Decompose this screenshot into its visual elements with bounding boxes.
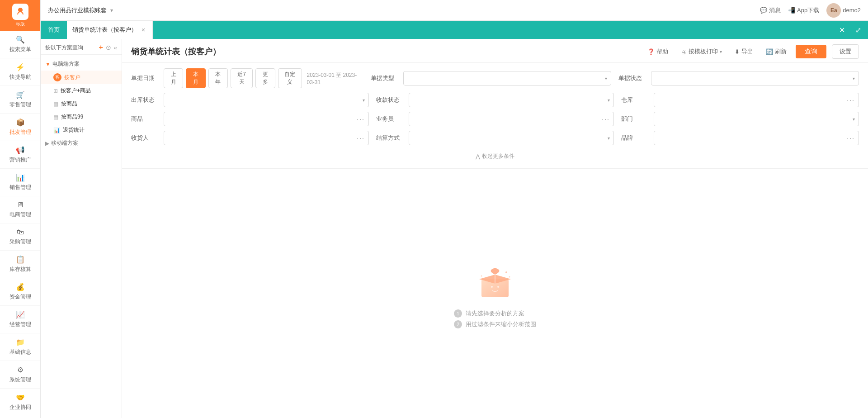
sidebar-item-sales[interactable]: 📊 销售管理 xyxy=(0,169,40,196)
scheme-item-return-stats[interactable]: 📊 退货统计 xyxy=(41,124,122,137)
add-scheme-button[interactable]: + xyxy=(99,43,103,52)
date-btn-this-month[interactable]: 本月 xyxy=(186,68,205,88)
right-content: 销货单统计表（按客户） ❓ 帮助 🖨 按模板打印 ▾ ⬇ 导出 xyxy=(122,39,868,418)
message-button[interactable]: 💬 消息 xyxy=(760,6,781,14)
filter-area: 单据日期 上月 本月 本年 近7天 更多 自定义 2023-03-01 至 20… xyxy=(122,63,868,169)
receiver-dots: ··· xyxy=(357,134,365,142)
quick-nav-icon: ⚡ xyxy=(16,63,25,71)
sidebar-item-basic[interactable]: 📁 基础信息 xyxy=(0,333,40,361)
tree-group-mobile[interactable]: ▶ 移动端方案 xyxy=(41,137,122,150)
payment-status-select[interactable]: ▾ xyxy=(409,93,614,107)
collapse-icon: ⋀ xyxy=(476,153,480,160)
filter-row-3: 商品 ··· 业务员 ··· 部门 ▾ xyxy=(131,112,859,126)
sidebar-item-system[interactable]: ⚙ 系统管理 xyxy=(0,361,40,389)
collapse-bar[interactable]: ⋀ 收起更多条件 xyxy=(131,150,859,163)
sidebar-item-wholesale[interactable]: 📦 批发管理 xyxy=(0,114,40,141)
sidebar-item-basic-label: 基础信息 xyxy=(9,348,31,356)
tab-close-button[interactable]: × xyxy=(140,26,147,33)
out-status-select[interactable]: ▾ xyxy=(164,93,369,107)
purchase-icon: 🛍 xyxy=(17,228,24,236)
filter-row-2: 出库状态 ▾ 收款状态 ▾ 仓库 ··· xyxy=(131,93,859,107)
scheme-goods-label: 按商品 xyxy=(61,100,77,108)
department-select[interactable]: ▾ xyxy=(654,112,859,126)
refresh-button[interactable]: 🔄 刷新 xyxy=(762,46,790,57)
scheme-return-stats-label: 退货统计 xyxy=(63,126,85,134)
settlement-select[interactable]: ▾ xyxy=(409,131,614,145)
tab-fullscreen-button[interactable]: ⤢ xyxy=(852,24,864,36)
date-btn-more[interactable]: 更多 xyxy=(255,68,275,88)
message-icon: 💬 xyxy=(760,7,767,14)
doc-type-chevron: ▾ xyxy=(605,76,607,81)
doc-type-select[interactable]: ▾ xyxy=(403,71,611,86)
basic-icon: 📁 xyxy=(16,338,25,347)
help-label: 帮助 xyxy=(656,48,668,56)
scheme-item-goods99[interactable]: ▤ 按商品99 xyxy=(41,110,122,124)
date-btn-custom[interactable]: 自定义 xyxy=(278,68,302,88)
salesperson-select[interactable]: ··· xyxy=(409,112,614,126)
sidebar-item-wholesale-label: 批发管理 xyxy=(9,128,31,136)
date-btn-7days[interactable]: 近7天 xyxy=(231,68,253,88)
goods-select[interactable]: ··· xyxy=(164,112,369,126)
tree-group-mobile-label: 移动端方案 xyxy=(51,139,78,147)
sidebar-item-guide[interactable]: 🎓 新手引导 xyxy=(0,416,40,418)
sidebar-item-inventory[interactable]: 📋 库存核算 xyxy=(0,251,40,278)
logo-icon xyxy=(12,4,28,20)
sidebar-item-quick-nav[interactable]: ⚡ 快捷导航 xyxy=(0,58,40,86)
sidebar-item-ecommerce[interactable]: 🖥 电商管理 xyxy=(0,196,40,223)
sidebar-item-purchase[interactable]: 🛍 采购管理 xyxy=(0,223,40,251)
top-bar-right: 💬 消息 📲 App下载 Ea demo2 xyxy=(760,3,861,18)
tip-1-text: 请先选择要分析的方案 xyxy=(466,309,524,318)
sidebar-item-operation[interactable]: 📈 经营管理 xyxy=(0,306,40,333)
date-btn-last-month[interactable]: 上月 xyxy=(164,68,183,88)
export-button[interactable]: ⬇ 导出 xyxy=(731,46,757,57)
app-download-button[interactable]: 📲 App下载 xyxy=(788,6,819,14)
download-icon: 📲 xyxy=(788,7,795,14)
warehouse-select[interactable]: ··· xyxy=(654,93,859,107)
tab-active-sales-stat[interactable]: 销货单统计表（按客户） × xyxy=(67,21,153,39)
refresh-icon: 🔄 xyxy=(766,48,773,55)
page-actions: ❓ 帮助 🖨 按模板打印 ▾ ⬇ 导出 🔄 刷新 xyxy=(644,44,859,59)
date-btn-this-year[interactable]: 本年 xyxy=(208,68,228,88)
user-menu[interactable]: Ea demo2 xyxy=(826,3,861,18)
sidebar-item-system-label: 系统管理 xyxy=(9,376,31,384)
settings-scheme-button[interactable]: ⊙ xyxy=(106,44,111,51)
query-button[interactable]: 查询 xyxy=(796,45,826,58)
page-title: 销货单统计表（按客户） xyxy=(131,46,221,57)
scheme-customer-label: 按客户 xyxy=(64,74,80,81)
sidebar-item-marketing[interactable]: 📢 营销推广 xyxy=(0,141,40,169)
tab-close-window-button[interactable]: ✕ xyxy=(835,24,848,36)
help-button[interactable]: ❓ 帮助 xyxy=(644,46,672,57)
tree-group-desktop-label: 电脑端方案 xyxy=(52,60,80,68)
sidebar-item-search[interactable]: 🔍 搜索菜单 xyxy=(0,31,40,58)
tip-num-1: 1 xyxy=(454,309,462,318)
sidebar-item-retail[interactable]: 🛒 零售管理 xyxy=(0,86,40,114)
filter-row-1: 单据日期 上月 本月 本年 近7天 更多 自定义 2023-03-01 至 20… xyxy=(131,68,859,88)
tab-bar: 首页 销货单统计表（按客户） × ✕ ⤢ xyxy=(41,21,868,39)
doc-status-label: 单据状态 xyxy=(618,74,644,82)
return-stats-icon: 📊 xyxy=(53,127,60,133)
scheme-item-customer-goods[interactable]: ⊞ 按客户+商品 xyxy=(41,84,122,97)
receiver-select[interactable]: ··· xyxy=(164,131,369,145)
collapse-panel-button[interactable]: « xyxy=(114,44,117,51)
brand-select[interactable]: ··· xyxy=(654,131,859,145)
sidebar-item-finance[interactable]: 💰 资金管理 xyxy=(0,278,40,306)
help-icon: ❓ xyxy=(647,48,655,55)
sidebar-item-enterprise-label: 企业协同 xyxy=(9,404,31,411)
scheme-item-goods[interactable]: ▤ 按商品 xyxy=(41,97,122,110)
svg-point-2 xyxy=(505,271,507,273)
settings-button[interactable]: 设置 xyxy=(832,44,859,59)
scheme-item-customer[interactable]: 客 按客户 xyxy=(41,71,122,84)
empty-state: 1 请先选择要分析的方案 2 用过滤条件来缩小分析范围 xyxy=(122,169,868,418)
template-print-button[interactable]: 🖨 按模板打印 ▾ xyxy=(677,46,726,57)
print-icon: 🖨 xyxy=(681,48,687,55)
top-bar: 办公用品行业模拟账套 ▾ 💬 消息 📲 App下载 Ea demo2 xyxy=(41,0,868,21)
tab-bar-end: ✕ ⤢ xyxy=(835,21,868,39)
sidebar-item-operation-label: 经营管理 xyxy=(9,321,31,328)
empty-tip-1: 1 请先选择要分析的方案 xyxy=(454,309,536,318)
tab-home[interactable]: 首页 xyxy=(41,21,67,39)
doc-status-select[interactable]: ▾ xyxy=(651,71,859,86)
sidebar-item-finance-label: 资金管理 xyxy=(9,293,31,301)
sidebar-item-enterprise[interactable]: 🤝 企业协同 xyxy=(0,389,40,416)
tree-group-desktop[interactable]: ▼ 电脑端方案 xyxy=(41,57,122,71)
filter-row-4: 收货人 ··· 结算方式 ▾ 品牌 ··· xyxy=(131,131,859,145)
